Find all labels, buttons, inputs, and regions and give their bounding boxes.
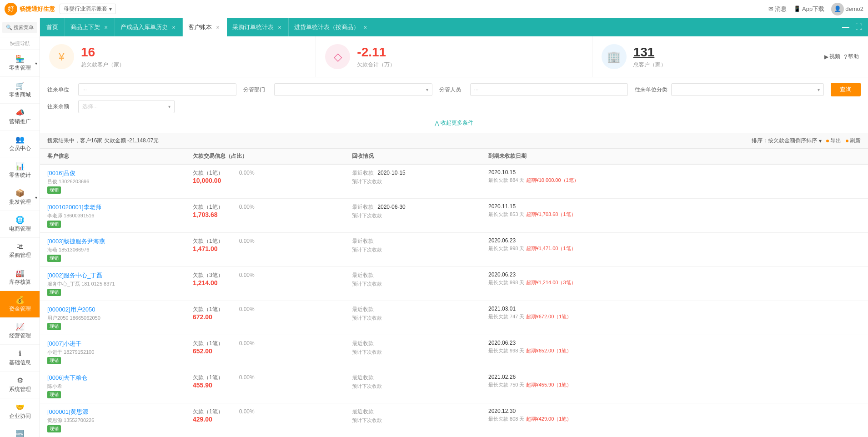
collection-cell: 最近收款 预计下次收款: [352, 271, 488, 287]
search-button[interactable]: 查询: [831, 83, 861, 96]
overdue-amount[interactable]: 超期¥672.00（1笔）: [526, 314, 572, 319]
customer-name[interactable]: [0002]服务中心_丁磊: [47, 271, 193, 280]
tab-purchase-order-stats[interactable]: 采购订单统计表 ✕: [227, 18, 289, 36]
sidebar-item-ecommerce[interactable]: 🌐 电商管理: [0, 211, 40, 238]
sidebar-item-finance[interactable]: 💰 资金管理: [0, 291, 40, 318]
collection-cell: 最近收款 预计下次收款: [352, 408, 488, 424]
debt-label: 欠款合计（万）: [357, 61, 395, 69]
tab-close-icon[interactable]: ✕: [362, 24, 368, 30]
filter-manager-input[interactable]: ···: [470, 83, 628, 96]
debt-info-left: 欠款（1笔） 429.00: [193, 408, 223, 423]
refresh-button[interactable]: 刷新: [846, 137, 861, 145]
filter-vendor: 往来单位 ···: [47, 83, 236, 96]
sidebar-item-operations[interactable]: 📈 经营管理: [0, 318, 40, 345]
expand-arrow-icon: ▾: [35, 61, 37, 66]
tab-finished-goods[interactable]: 产成品入库单历史 ✕: [115, 18, 183, 36]
overdue-days: 最长欠款 998 天: [488, 246, 524, 251]
overdue-amount[interactable]: 超期¥652.00（1笔）: [526, 348, 572, 353]
customer-name[interactable]: [0007]小进干: [47, 340, 193, 348]
store-selector[interactable]: 母婴行业演示账套 ▾: [60, 4, 116, 14]
debt-amount[interactable]: 10,000.00: [193, 177, 223, 184]
due-date-cell: 2020.12.30 最长欠款 808 天 超期¥429.00（1笔）: [488, 408, 861, 422]
sidebar-item-guide[interactable]: 🆕 新手引导: [0, 425, 40, 437]
table-row: [000002]用户2050 用户2050 18665062050 现销 欠款（…: [40, 301, 868, 335]
debt-amount[interactable]: 1,471.00: [193, 245, 223, 252]
collapse-button[interactable]: ⋀ 收起更多条件: [435, 119, 473, 127]
sidebar-item-marketing[interactable]: 📣 营销推广: [0, 104, 40, 131]
message-btn[interactable]: ✉ 消息: [768, 5, 787, 13]
overdue-amount[interactable]: 超期¥1,471.00（1笔）: [526, 246, 576, 251]
help-btn[interactable]: ? 帮助: [844, 53, 859, 60]
debt-row: 欠款（1笔） 672.00 0.00%: [193, 306, 352, 321]
sidebar-item-inventory[interactable]: 🏭 库存核算: [0, 264, 40, 291]
overdue-days: 最长欠款 853 天: [488, 211, 524, 217]
customer-tag: 现销: [47, 221, 61, 228]
customer-name[interactable]: [0006]去下粮仓: [47, 374, 193, 382]
tab-close-icon[interactable]: ✕: [103, 24, 109, 30]
debt-ratio: 0.00%: [239, 408, 255, 415]
debt-amount[interactable]: 672.00: [193, 313, 223, 321]
sidebar-item-wholesale[interactable]: 📦 批发管理 ▾: [0, 184, 40, 211]
tab-close-icon[interactable]: ✕: [171, 24, 177, 30]
logo-area: 好 畅捷通好生意: [5, 3, 55, 15]
balance-placeholder: 选择...: [82, 103, 98, 111]
sidebar-item-retail-mgmt[interactable]: 🏪 零售管理 ▾: [0, 50, 40, 77]
overdue-amount[interactable]: 超期¥455.90（1笔）: [526, 382, 572, 387]
debt-ratio: 0.00%: [239, 204, 255, 210]
filter-balance-select[interactable]: 选择... ▾: [78, 100, 175, 113]
debt-amount[interactable]: 652.00: [193, 347, 223, 355]
filter-row-1: 往来单位 ··· 分管部门 ▾ 分管人员: [47, 83, 861, 96]
tab-close-icon[interactable]: ✕: [276, 24, 283, 30]
overdue-amount[interactable]: 超期¥10,000.00（1笔）: [526, 177, 579, 183]
search-icon: 🔍: [6, 25, 12, 30]
filter-category-select[interactable]: ▾: [671, 83, 824, 96]
debtors-number: 16: [81, 45, 125, 60]
operations-icon: 📈: [2, 322, 37, 331]
debt-amount[interactable]: 1,214.00: [193, 279, 223, 286]
tab-inbound-stats[interactable]: 进货单统计表（按商品） ✕: [289, 18, 374, 36]
customer-name[interactable]: [000002]用户2050: [47, 306, 193, 314]
customer-name[interactable]: [0001020001]李老师: [47, 203, 193, 211]
debt-amount[interactable]: 1,703.68: [193, 211, 223, 218]
top-bar-right: ✉ 消息 📱 App下载 👤 demo2: [768, 3, 863, 15]
export-button[interactable]: 导出: [826, 137, 841, 145]
overdue-amount[interactable]: 超期¥1,214.00（3笔）: [526, 280, 576, 285]
due-date-cell: 2021.03.01 最长欠款 747 天 超期¥672.00（1笔）: [488, 306, 861, 320]
debt-count: 欠款（1笔）: [193, 408, 223, 416]
app-download-btn[interactable]: 📱 App下载: [793, 5, 824, 13]
filter-vendor-input[interactable]: ···: [78, 83, 236, 96]
tab-product-shelves[interactable]: 商品上下架 ✕: [65, 18, 115, 36]
customer-name[interactable]: [0016]吕俊: [47, 169, 193, 177]
logo-icon: 好: [5, 3, 17, 15]
user-profile[interactable]: 👤 demo2: [831, 3, 863, 15]
sidebar-item-retail-stats[interactable]: 📊 零售统计: [0, 157, 40, 184]
tab-close-icon[interactable]: ✕: [215, 24, 221, 30]
chevron-up-icon: ⋀: [435, 120, 439, 126]
sidebar-item-purchase[interactable]: 🛍 采购管理: [0, 238, 40, 264]
customer-name[interactable]: [000001]黄思源: [47, 408, 193, 416]
help-icon: ?: [844, 54, 847, 60]
customer-name[interactable]: [0003]畅捷服务尹海燕: [47, 237, 193, 246]
debt-amount[interactable]: 455.90: [193, 382, 223, 389]
sidebar-item-system-mgmt[interactable]: ⚙ 系统管理: [0, 372, 40, 398]
maximize-icon[interactable]: ⛶: [853, 22, 864, 33]
filter-dept-select[interactable]: ▾: [274, 83, 432, 96]
sidebar-item-enterprise[interactable]: 🤝 企业协同: [0, 398, 40, 425]
sidebar-item-retail-mall[interactable]: 🛒 零售商城: [0, 77, 40, 104]
debt-row: 欠款（1笔） 1,703.68 0.00%: [193, 203, 352, 218]
sidebar-item-basic-info[interactable]: ℹ 基础信息: [0, 345, 40, 372]
video-btn[interactable]: ▶ 视频: [824, 53, 840, 60]
search-menu-button[interactable]: 🔍 搜索菜单: [2, 22, 37, 33]
minimize-icon[interactable]: —: [840, 22, 851, 33]
overdue-amount[interactable]: 超期¥429.00（1笔）: [526, 416, 572, 422]
sidebar-item-member-center[interactable]: 👥 会员中心: [0, 131, 40, 157]
debt-count: 欠款（1笔）: [193, 306, 223, 313]
tab-customer-account[interactable]: 客户账本 ✕: [183, 18, 227, 36]
debt-amount[interactable]: 429.00: [193, 416, 223, 423]
summary-card-customers: 🏢 131 总客户（家） ▶ 视频 ? 帮助: [592, 36, 868, 77]
filter-balance: 往来余额 选择... ▾: [47, 100, 175, 113]
overdue-amount[interactable]: 超期¥1,703.68（1笔）: [526, 211, 576, 217]
tab-home[interactable]: 首页: [40, 18, 65, 36]
sort-selector[interactable]: 排序：按欠款金额倒序排序 ▾: [752, 137, 822, 145]
customer-tag: 现销: [47, 425, 61, 432]
